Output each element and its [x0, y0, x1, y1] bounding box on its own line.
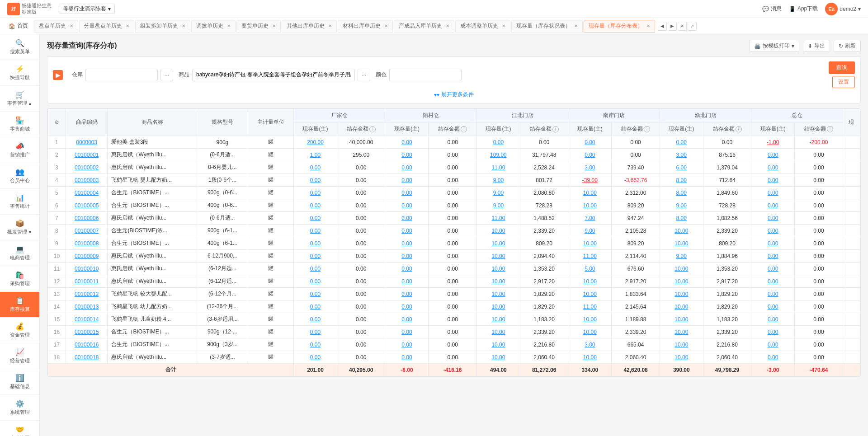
- row-cj-qty[interactable]: 0.00: [294, 212, 337, 225]
- row-cj-qty[interactable]: 1.00: [294, 149, 337, 161]
- column-settings-icon[interactable]: ⚙: [54, 119, 59, 126]
- row-yb-qty[interactable]: 6.00: [660, 161, 703, 174]
- row-jb-qty[interactable]: 109.00: [476, 149, 520, 161]
- row-zc-qty[interactable]: 0.00: [751, 187, 795, 199]
- row-cj-qty[interactable]: 0.00: [294, 161, 337, 174]
- tab-close-11[interactable]: ✕: [646, 23, 650, 28]
- info-icon-2[interactable]: i: [461, 126, 467, 132]
- row-cj-qty[interactable]: 0.00: [294, 250, 337, 263]
- sidebar-item-basic[interactable]: ℹ️ 基础信息: [0, 369, 39, 395]
- sidebar-item-marketing[interactable]: 📣 营销推广: [0, 137, 39, 163]
- row-jb-qty[interactable]: 9.00: [476, 199, 520, 212]
- row-zc-qty[interactable]: 0.00: [751, 288, 795, 300]
- row-cj-qty[interactable]: 0.00: [294, 199, 337, 212]
- color-input[interactable]: [389, 69, 462, 81]
- row-na-qty[interactable]: 5.00: [568, 263, 612, 275]
- row-mc-qty[interactable]: 0.00: [385, 237, 429, 250]
- row-zc-qty[interactable]: 0.00: [751, 338, 795, 351]
- row-mc-qty[interactable]: 0.00: [385, 225, 429, 237]
- tab-close-9[interactable]: ✕: [502, 23, 505, 28]
- row-cj-qty[interactable]: 0.00: [294, 326, 337, 338]
- row-jb-qty[interactable]: 10.00: [476, 300, 520, 313]
- tab-diaobou[interactable]: 调拨单历史 ✕: [191, 20, 236, 33]
- goods-more-btn[interactable]: ···: [358, 69, 370, 81]
- sidebar-item-purchase[interactable]: 🛍️ 采购管理: [0, 266, 39, 292]
- row-yb-qty[interactable]: 10.00: [660, 288, 703, 300]
- row-na-qty[interactable]: 10.00: [568, 187, 612, 199]
- row-na-qty[interactable]: 11.00: [568, 300, 612, 313]
- row-na-qty[interactable]: 10.00: [568, 313, 612, 326]
- row-mc-qty[interactable]: 0.00: [385, 288, 429, 300]
- row-zc-qty[interactable]: -1.00: [751, 136, 795, 149]
- tab-qitachuku[interactable]: 其他出库单历史 ✕: [282, 20, 337, 33]
- row-cj-qty[interactable]: 0.00: [294, 237, 337, 250]
- sidebar-item-inventory[interactable]: 📋 库存核算: [0, 292, 39, 318]
- sidebar-item-operation[interactable]: 📈 经营管理: [0, 343, 39, 369]
- print-btn[interactable]: 🖨️ 按模板打印 ▾: [749, 40, 799, 52]
- sidebar-item-ecommerce[interactable]: 💻 电商管理: [0, 240, 39, 266]
- row-cj-qty[interactable]: 0.00: [294, 288, 337, 300]
- row-yb-qty[interactable]: 10.00: [660, 300, 703, 313]
- row-jb-qty[interactable]: 10.00: [476, 250, 520, 263]
- row-na-qty[interactable]: 10.00: [568, 199, 612, 212]
- row-zc-qty[interactable]: 0.00: [751, 326, 795, 338]
- row-zc-qty[interactable]: 0.00: [751, 351, 795, 364]
- export-btn[interactable]: ⬇ 导出: [803, 40, 830, 52]
- info-icon-1[interactable]: i: [369, 126, 376, 132]
- row-na-qty[interactable]: 9.00: [568, 225, 612, 237]
- row-mc-qty[interactable]: 0.00: [385, 212, 429, 225]
- sidebar-item-search[interactable]: 🔍 搜索英单: [0, 34, 39, 60]
- tab-zuzhuang[interactable]: 组装拆卸单历史 ✕: [135, 20, 190, 33]
- tab-close-1[interactable]: ✕: [70, 23, 73, 28]
- row-mc-qty[interactable]: 0.00: [385, 275, 429, 288]
- row-jb-qty[interactable]: 10.00: [476, 338, 520, 351]
- nav-expand-btn[interactable]: ⤢: [688, 22, 697, 31]
- row-yb-qty[interactable]: 8.00: [660, 187, 703, 199]
- row-mc-qty[interactable]: 0.00: [385, 300, 429, 313]
- row-zc-qty[interactable]: 0.00: [751, 225, 795, 237]
- row-yb-qty[interactable]: 10.00: [660, 225, 703, 237]
- info-icon-6[interactable]: i: [827, 126, 833, 132]
- sidebar-item-shortcut[interactable]: ⚡ 快捷导航: [0, 60, 39, 86]
- tab-close-6[interactable]: ✕: [328, 23, 332, 28]
- row-yb-qty[interactable]: 10.00: [660, 326, 703, 338]
- sidebar-item-finance[interactable]: 💰 资金管理: [0, 318, 39, 343]
- tab-yaohuo[interactable]: 要货单历史 ✕: [236, 20, 281, 33]
- row-jb-qty[interactable]: 9.00: [476, 187, 520, 199]
- row-mc-qty[interactable]: 0.00: [385, 250, 429, 263]
- row-cj-qty[interactable]: 0.00: [294, 187, 337, 199]
- row-mc-qty[interactable]: 0.00: [385, 338, 429, 351]
- nav-close-all-btn[interactable]: ✕: [678, 22, 687, 31]
- row-cj-qty[interactable]: 0.00: [294, 263, 337, 275]
- row-cj-qty[interactable]: 0.00: [294, 351, 337, 364]
- row-yb-qty[interactable]: 9.00: [660, 199, 703, 212]
- nav-next-btn[interactable]: ▶: [668, 22, 677, 31]
- sidebar-item-system[interactable]: ⚙️ 系统管理: [0, 395, 39, 421]
- refresh-btn[interactable]: ↻ 刷新: [834, 40, 861, 52]
- user-menu[interactable]: Ea demo2 ▾: [825, 3, 861, 15]
- row-jb-qty[interactable]: 10.00: [476, 237, 520, 250]
- row-zc-qty[interactable]: 0.00: [751, 237, 795, 250]
- row-yb-qty[interactable]: 3.00: [660, 149, 703, 161]
- row-yb-qty[interactable]: 10.00: [660, 313, 703, 326]
- row-na-qty[interactable]: 10.00: [568, 237, 612, 250]
- sidebar-item-enterprise[interactable]: 🤝 企业协同: [0, 421, 39, 436]
- message-btn[interactable]: 💬 消息: [762, 5, 782, 13]
- row-yb-qty[interactable]: 10.00: [660, 237, 703, 250]
- row-yb-qty[interactable]: 8.00: [660, 212, 703, 225]
- tab-chengben[interactable]: 成本调整单历史 ✕: [455, 20, 510, 33]
- tab-close-2[interactable]: ✕: [126, 23, 129, 28]
- row-jb-qty[interactable]: 9.00: [476, 174, 520, 187]
- row-cj-qty[interactable]: 0.00: [294, 225, 337, 237]
- warehouse-input[interactable]: [85, 69, 158, 81]
- row-zc-qty[interactable]: 0.00: [751, 199, 795, 212]
- row-jb-qty[interactable]: 10.00: [476, 313, 520, 326]
- row-na-qty[interactable]: 10.00: [568, 275, 612, 288]
- row-zc-qty[interactable]: 0.00: [751, 212, 795, 225]
- row-yb-qty[interactable]: 10.00: [660, 263, 703, 275]
- industry-dropdown[interactable]: 母婴行业演示陈套 ▾: [59, 4, 115, 14]
- row-zc-qty[interactable]: 0.00: [751, 250, 795, 263]
- tab-close-3[interactable]: ✕: [182, 23, 185, 28]
- info-icon-4[interactable]: i: [644, 126, 650, 132]
- sidebar-item-retail-shop[interactable]: 🏪 零售商城: [0, 112, 39, 137]
